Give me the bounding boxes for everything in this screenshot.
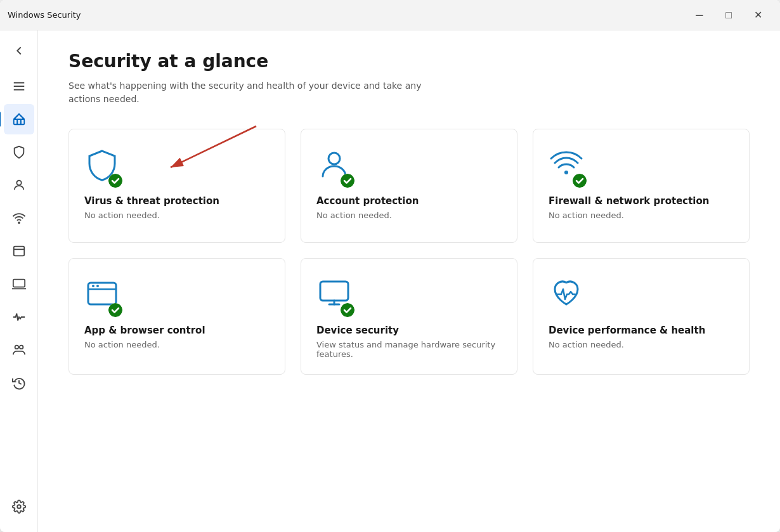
svg-point-23 (108, 303, 122, 317)
home-icon (12, 112, 26, 126)
titlebar: Windows Security ─ □ ✕ (0, 0, 780, 30)
svg-point-21 (92, 285, 94, 287)
card-status-firewall: No action needed. (549, 211, 734, 220)
card-device-security[interactable]: Device security View status and manage h… (301, 258, 517, 375)
card-status-health: No action needed. (549, 340, 734, 349)
check-badge-firewall (573, 174, 587, 188)
svg-point-16 (341, 174, 354, 188)
svg-point-11 (17, 505, 21, 509)
svg-point-10 (19, 346, 22, 349)
card-title-health: Device performance & health (549, 325, 734, 337)
sidebar-item-device[interactable] (4, 269, 34, 299)
app-window: Windows Security ─ □ ✕ (0, 0, 780, 532)
history-icon (12, 376, 26, 390)
browser-icon (12, 244, 26, 258)
card-title-device: Device security (316, 325, 502, 337)
sidebar-item-settings[interactable] (4, 491, 34, 522)
wifi-icon (12, 211, 26, 225)
svg-point-17 (564, 171, 568, 174)
window-controls: ─ □ ✕ (685, 5, 772, 25)
card-icon-area (84, 147, 120, 185)
sidebar-item-menu[interactable] (4, 71, 34, 101)
sidebar-item-firewall[interactable] (4, 203, 34, 233)
card-device-health[interactable]: Device performance & health No action ne… (533, 258, 750, 375)
check-badge-icon (108, 174, 122, 188)
sidebar-item-history[interactable] (4, 368, 34, 398)
svg-point-25 (341, 303, 354, 317)
card-icon-area-firewall (549, 147, 584, 185)
health-icon (12, 310, 26, 324)
card-status-device: View status and manage hardware security… (316, 340, 502, 359)
check-badge-account (341, 174, 354, 188)
card-firewall[interactable]: Firewall & network protection No action … (533, 129, 750, 243)
card-virus-threat[interactable]: Virus & threat protection No action need… (68, 129, 285, 243)
minimize-button[interactable]: ─ (685, 5, 714, 25)
gear-icon (12, 500, 26, 514)
svg-point-22 (96, 285, 99, 287)
check-badge-app (108, 303, 122, 317)
svg-point-18 (573, 174, 587, 188)
card-icon-area-app (84, 276, 120, 315)
sidebar-item-shield[interactable] (4, 137, 34, 167)
family-icon (12, 343, 26, 357)
back-button[interactable] (4, 36, 34, 66)
svg-rect-24 (320, 282, 348, 301)
maximize-button[interactable]: □ (714, 5, 743, 25)
card-icon-area-account (316, 147, 352, 185)
sidebar (0, 30, 38, 532)
page-title: Security at a glance (68, 51, 750, 72)
annotation-arrow (120, 123, 266, 180)
card-status-account: No action needed. (316, 211, 502, 220)
svg-point-4 (16, 181, 21, 185)
back-icon (12, 44, 26, 58)
svg-point-5 (18, 222, 20, 223)
close-button[interactable]: ✕ (743, 5, 772, 25)
laptop-icon (12, 277, 26, 291)
page-subtitle: See what's happening with the security a… (68, 79, 449, 106)
sidebar-item-home[interactable] (4, 104, 34, 134)
security-grid: Virus & threat protection No action need… (68, 129, 750, 375)
menu-icon (12, 79, 26, 93)
svg-point-15 (328, 153, 340, 164)
app-body: Security at a glance See what's happenin… (0, 30, 780, 532)
shield-icon (12, 145, 26, 159)
main-content: Security at a glance See what's happenin… (38, 30, 780, 532)
check-badge-device (341, 303, 354, 317)
svg-point-9 (15, 346, 18, 349)
card-title-virus: Virus & threat protection (84, 195, 270, 208)
sidebar-item-health[interactable] (4, 302, 34, 332)
svg-rect-8 (13, 280, 24, 287)
window-title: Windows Security (8, 10, 685, 20)
svg-rect-3 (13, 119, 24, 124)
card-icon-area-device (316, 276, 352, 315)
card-title-account: Account protection (316, 195, 502, 208)
sidebar-item-account[interactable] (4, 170, 34, 200)
sidebar-item-app-browser[interactable] (4, 236, 34, 266)
card-status-virus: No action needed. (84, 211, 270, 220)
card-account-protection[interactable]: Account protection No action needed. (301, 129, 517, 243)
card-icon-area-health (549, 276, 584, 315)
card-title-app: App & browser control (84, 325, 270, 337)
card-title-firewall: Firewall & network protection (549, 195, 734, 208)
person-icon (12, 178, 26, 192)
card-status-app: No action needed. (84, 340, 270, 349)
svg-line-13 (171, 126, 256, 167)
sidebar-item-family[interactable] (4, 335, 34, 365)
heart-health-icon (549, 276, 584, 312)
svg-point-14 (108, 174, 122, 188)
svg-rect-6 (13, 247, 24, 256)
card-app-browser[interactable]: App & browser control No action needed. (68, 258, 285, 375)
